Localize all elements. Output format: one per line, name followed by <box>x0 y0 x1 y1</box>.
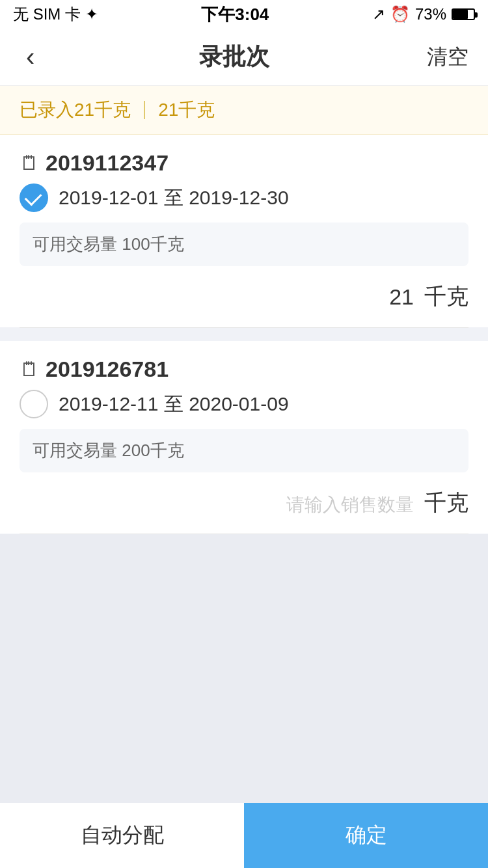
batch-date-row-2: 2019-12-11 至 2020-01-09 <box>20 390 468 418</box>
radio-checked-1[interactable] <box>20 183 48 212</box>
sim-text: 无 SIM 卡 ✦ <box>13 4 98 25</box>
batch-id-2: 2019126781 <box>46 357 169 382</box>
status-left: 无 SIM 卡 ✦ <box>13 4 98 25</box>
unit-label-1: 千克 <box>424 282 468 312</box>
batch-card-2: 🗒 2019126781 2019-12-11 至 2020-01-09 可用交… <box>0 341 488 472</box>
summary-divider <box>144 101 145 119</box>
batch-header-2: 🗒 2019126781 <box>20 357 468 382</box>
batch-header-1: 🗒 2019112347 <box>20 150 468 176</box>
batch-doc-icon-1: 🗒 <box>20 152 39 174</box>
available-box-1: 可用交易量 100千克 <box>20 223 468 266</box>
input-row-1: 千克 <box>0 266 488 327</box>
status-right: ↗ ⏰ 73% <box>372 5 475 23</box>
batch-doc-icon-2: 🗒 <box>20 359 39 381</box>
status-bar: 无 SIM 卡 ✦ 下午3:04 ↗ ⏰ 73% <box>0 0 488 29</box>
page-title: 录批次 <box>199 41 269 73</box>
summary-bar: 已录入21千克 21千克 <box>0 86 488 135</box>
recorded-label: 已录入21千克 <box>20 98 131 122</box>
battery-text: 73% <box>415 5 446 23</box>
summary-value: 21千克 <box>158 98 215 122</box>
auto-distribute-button[interactable]: 自动分配 <box>0 803 244 868</box>
available-box-2: 可用交易量 200千克 <box>20 429 468 472</box>
footer: 自动分配 确定 <box>0 803 488 868</box>
radio-unchecked-2[interactable] <box>20 390 48 418</box>
clear-button[interactable]: 清空 <box>427 43 468 72</box>
gray-filler <box>0 534 488 847</box>
status-time: 下午3:04 <box>201 3 269 26</box>
card-separator-1 <box>0 328 488 341</box>
confirm-button[interactable]: 确定 <box>244 803 488 868</box>
batch-id-1: 2019112347 <box>46 150 169 176</box>
alarm-icon: ⏰ <box>390 5 410 23</box>
battery-icon <box>452 8 475 20</box>
batch-card-1: 🗒 2019112347 2019-12-01 至 2019-12-30 可用交… <box>0 135 488 266</box>
quantity-input-1[interactable] <box>137 284 414 310</box>
arrow-icon: ↗ <box>372 5 385 23</box>
unit-label-2: 千克 <box>424 488 468 518</box>
batch-date-1: 2019-12-01 至 2019-12-30 <box>59 185 289 211</box>
batch-date-2: 2019-12-11 至 2020-01-09 <box>59 391 289 418</box>
quantity-input-2[interactable] <box>137 491 414 516</box>
back-button[interactable]: ‹ <box>20 36 41 78</box>
batch-date-row-1: 2019-12-01 至 2019-12-30 <box>20 183 468 212</box>
nav-bar: ‹ 录批次 清空 <box>0 29 488 86</box>
input-row-2: 千克 <box>0 472 488 534</box>
